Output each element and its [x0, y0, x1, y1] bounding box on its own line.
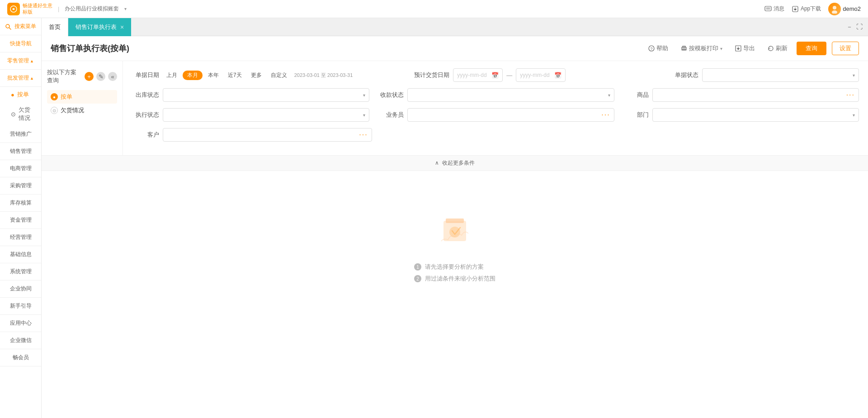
sidebar-item-operation[interactable]: 经营管理: [0, 229, 41, 246]
print-button[interactable]: 按模板打印 ▾: [677, 43, 726, 54]
logo-area[interactable]: 畅捷通好生意 标版: [7, 3, 52, 15]
sidebar-item-sales[interactable]: 销售管理: [0, 143, 41, 160]
salesperson-label: 业务员: [377, 111, 404, 119]
user-menu[interactable]: demo2: [828, 3, 861, 15]
forecast-date-end[interactable]: yyyy-mm-dd 📅: [516, 68, 566, 82]
svg-text:?: ?: [650, 47, 652, 51]
breadcrumb-divider: |: [58, 5, 59, 12]
sidebar-item-purchase[interactable]: 采购管理: [0, 177, 41, 195]
filter-panel: 按以下方案查询 + ✎ « ● 按单 ⊙: [42, 61, 868, 155]
top-bar: 畅捷通好生意 标版 | 办公用品行业模拟账套 ▾ 消息 App下载 demo2: [0, 0, 868, 18]
svg-point-4: [832, 10, 837, 14]
department-label: 部门: [622, 111, 649, 119]
scheme-title: 按以下方案查询: [47, 68, 82, 85]
message-button[interactable]: 消息: [764, 5, 784, 13]
breadcrumb-arrow-icon[interactable]: ▾: [124, 6, 127, 11]
goods-select[interactable]: ···: [652, 88, 859, 102]
download-icon: [792, 5, 799, 13]
collapse-bar[interactable]: ∧ 收起更多条件: [42, 155, 868, 171]
date-tab-this-year[interactable]: 本年: [204, 71, 222, 80]
filter-row-4: 客户 ···: [132, 128, 859, 142]
empty-tip-2: 2 用过滤条件来缩小分析范围: [414, 275, 495, 283]
svg-rect-11: [683, 49, 685, 50]
date-tab-more[interactable]: 更多: [247, 71, 265, 80]
salesperson-dots-icon: ···: [601, 111, 610, 119]
tab-close-icon[interactable]: ×: [120, 24, 124, 30]
filter-scheme-panel: 按以下方案查询 + ✎ « ● 按单 ⊙: [42, 61, 123, 155]
sidebar-quick-nav[interactable]: 快捷导航: [0, 35, 41, 52]
svg-point-5: [6, 24, 9, 28]
sidebar-item-retail[interactable]: 零售管理 ▲: [0, 52, 41, 70]
department-select[interactable]: ▾: [652, 108, 859, 122]
sidebar-item-appstore[interactable]: 应用中心: [0, 315, 41, 332]
export-button[interactable]: 导出: [731, 43, 759, 54]
date-separator: —: [506, 72, 512, 79]
date-tab-this-month[interactable]: 本月: [183, 71, 203, 80]
tab-sales-order-exec[interactable]: 销售订单执行表 ×: [68, 18, 131, 36]
scheme-edit-button[interactable]: ✎: [96, 72, 105, 81]
settings-button[interactable]: 设置: [832, 42, 859, 55]
message-icon: [764, 5, 772, 13]
goods-dots-icon: ···: [846, 91, 855, 99]
page-inner: 销售订单执行表(按单) ? 帮助 按模板打印 ▾: [42, 36, 868, 418]
scheme-collapse-button[interactable]: «: [108, 72, 117, 81]
sidebar-search[interactable]: 搜索菜单: [0, 18, 41, 35]
dept-arrow-icon: ▾: [853, 113, 855, 118]
date-range-hint: 2023-03-01 至 2023-03-31: [294, 72, 353, 79]
exec-status-select[interactable]: ▾: [163, 108, 369, 122]
calendar-end-icon: 📅: [554, 72, 561, 79]
page-header: 销售订单执行表(按单) ? 帮助 按模板打印 ▾: [42, 36, 868, 61]
breadcrumb-path: 办公用品行业模拟账套: [65, 5, 119, 13]
sidebar-item-basic[interactable]: 基础信息: [0, 246, 41, 263]
svg-point-3: [833, 6, 836, 10]
scheme-icons: + ✎ «: [85, 72, 117, 81]
delivery-status-select[interactable]: ▾: [163, 88, 369, 102]
sidebar-item-wholesale[interactable]: 批发管理 ▲: [0, 70, 41, 87]
empty-tip-1: 1 请先选择要分析的方案: [414, 263, 495, 271]
sidebar-item-wechat[interactable]: 企业微信: [0, 332, 41, 349]
forecast-date-start[interactable]: yyyy-mm-dd 📅: [453, 68, 503, 82]
app-download-button[interactable]: App下载: [792, 5, 821, 13]
help-icon: ?: [648, 45, 655, 52]
calendar-start-icon: 📅: [491, 72, 499, 79]
tab-minimize-icon[interactable]: －: [846, 23, 853, 31]
forecast-date-label: 预计交货日期: [414, 71, 449, 79]
payment-status-select[interactable]: ▾: [407, 88, 614, 102]
scheme-item-shortage[interactable]: ⊙ 欠货情况: [47, 104, 117, 117]
sidebar-item-marketing[interactable]: 营销推广: [0, 126, 41, 143]
date-tab-custom[interactable]: 自定义: [267, 71, 291, 80]
sidebar-subitem-shortage[interactable]: ⊙ 欠货情况: [0, 102, 41, 126]
salesperson-select[interactable]: ···: [407, 108, 614, 122]
date-tab-7days[interactable]: 近7天: [224, 71, 245, 80]
sidebar-item-system[interactable]: 系统管理: [0, 263, 41, 280]
tab-maximize-icon[interactable]: ⛶: [856, 23, 863, 31]
tab-bar: 首页 销售订单执行表 × － ⛶: [42, 18, 868, 36]
filter-row-2: 出库状态 ▾ 收款状态 ▾: [132, 88, 859, 102]
date-tab-last-month[interactable]: 上月: [163, 71, 181, 80]
sidebar-item-newbie[interactable]: 新手引导: [0, 298, 41, 315]
customer-select[interactable]: ···: [163, 128, 372, 142]
sidebar-item-collab[interactable]: 企业协同: [0, 280, 41, 298]
tab-home[interactable]: 首页: [42, 18, 68, 36]
query-button[interactable]: 查询: [797, 42, 826, 55]
logo-icon: [7, 3, 20, 15]
filter-conditions-panel: 单据日期 上月 本月 本年 近7天 更多 自定义 2023-03-01 至 20…: [123, 61, 868, 155]
sidebar-subitem-orders[interactable]: ● 零售管理 按单: [0, 87, 41, 102]
scheme-item-orders[interactable]: ● 按单: [47, 90, 117, 104]
doc-status-select[interactable]: ▾: [702, 68, 859, 82]
sidebar-item-finance[interactable]: 资金管理: [0, 212, 41, 229]
scheme-add-button[interactable]: +: [85, 72, 94, 81]
svg-rect-14: [446, 218, 464, 223]
search-icon: [5, 24, 11, 30]
delivery-status-label: 出库状态: [132, 91, 159, 99]
tip-number-1: 1: [414, 263, 421, 271]
print-icon: [681, 45, 687, 52]
sidebar-item-member[interactable]: 畅会员: [0, 349, 41, 366]
date-filter-label: 单据日期: [132, 71, 159, 79]
sidebar-item-ecommerce[interactable]: 电商管理: [0, 160, 41, 177]
sidebar-item-inventory[interactable]: 库存核算: [0, 195, 41, 212]
empty-illustration: [432, 207, 477, 254]
help-button[interactable]: ? 帮助: [645, 43, 672, 54]
filter-row-3: 执行状态 ▾ 业务员 ···: [132, 108, 859, 122]
refresh-button[interactable]: 刷新: [764, 43, 791, 54]
